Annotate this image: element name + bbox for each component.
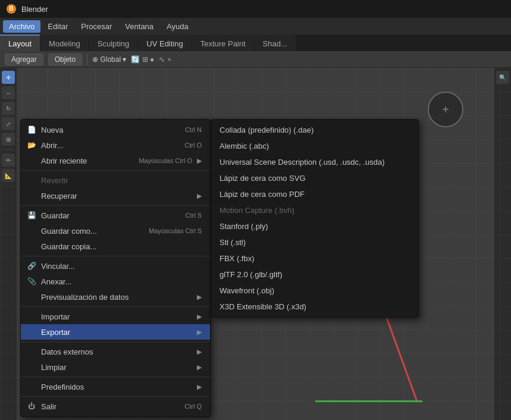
menu-item-vincular[interactable]: 🔗 Vincular... xyxy=(21,258,210,274)
previsualizacion-arrow: ▶ xyxy=(197,293,202,301)
export-alembic[interactable]: Alembic (.abc) xyxy=(211,138,418,154)
guardar-copia-label: Guardar copia... xyxy=(41,242,202,251)
limpiar-arrow: ▶ xyxy=(197,363,202,371)
titlebar: B Blender xyxy=(0,0,511,18)
tab-texture-paint[interactable]: Texture Paint xyxy=(192,35,254,51)
export-motion-capture: Motion Capture (.bvh) xyxy=(211,202,418,218)
salir-shortcut: Ctrl Q xyxy=(184,403,202,410)
menu-ventana[interactable]: Ventana xyxy=(119,20,159,33)
salir-label: Salir xyxy=(41,402,180,411)
toolbar: Agregar Objeto ⊕ Global ▾ 🔄 ⊞ ● ∿ ∘ xyxy=(0,51,511,68)
transform-icons: 🔄 ⊞ ● xyxy=(131,55,154,64)
datos-externos-arrow: ▶ xyxy=(197,348,202,356)
abrir-label: Abrir... xyxy=(41,141,180,150)
menu-item-limpiar[interactable]: Limpiar ▶ xyxy=(21,359,210,375)
menu-item-nueva[interactable]: 📄 Nueva Ctrl N xyxy=(21,122,210,137)
global-selector[interactable]: ⊕ Global ▾ xyxy=(92,55,126,64)
tab-shading[interactable]: Shad... xyxy=(255,35,296,51)
menu-item-guardar[interactable]: 💾 Guardar Ctrl S xyxy=(21,208,210,223)
menu-item-previsualizacion[interactable]: Previsualización de datos ▶ xyxy=(21,289,210,305)
guardar-icon: 💾 xyxy=(27,211,36,220)
recuperar-arrow: ▶ xyxy=(197,192,202,200)
limpiar-icon xyxy=(27,362,36,372)
separator-1 xyxy=(21,170,210,171)
agregar-button[interactable]: Agregar xyxy=(5,54,43,65)
menu-item-importar[interactable]: Importar ▶ xyxy=(21,309,210,324)
datos-externos-icon xyxy=(27,347,36,356)
tab-modeling[interactable]: Modeling xyxy=(40,35,89,51)
exportar-icon xyxy=(27,327,36,337)
export-grease-svg[interactable]: Lápiz de cera como SVG xyxy=(211,170,418,186)
revertir-icon xyxy=(27,175,36,185)
recuperar-icon xyxy=(27,191,36,200)
vincular-icon: 🔗 xyxy=(27,261,36,271)
abrir-icon: 📂 xyxy=(27,140,36,150)
extra-icons: ∿ ∘ xyxy=(159,55,171,64)
export-stanford[interactable]: Stanford (.ply) xyxy=(211,218,418,234)
guardar-label: Guardar xyxy=(41,211,181,220)
menu-item-revertir: Revertir xyxy=(21,173,210,188)
anexar-icon: 📎 xyxy=(27,277,36,286)
separator-7 xyxy=(21,396,210,397)
export-wavefront[interactable]: Wavefront (.obj) xyxy=(211,283,418,299)
toolbar-separator xyxy=(87,54,87,65)
vincular-label: Vincular... xyxy=(41,262,202,271)
objeto-button[interactable]: Objeto xyxy=(48,54,82,65)
limpiar-label: Limpiar xyxy=(41,363,192,372)
separator-5 xyxy=(21,341,210,342)
abrir-reciente-icon xyxy=(27,156,36,165)
menu-ayuda[interactable]: Ayuda xyxy=(161,20,195,33)
export-grease-pdf[interactable]: Lápiz de cera como PDF xyxy=(211,186,418,202)
salir-icon: ⏻ xyxy=(27,402,36,411)
titlebar-text: Blender xyxy=(21,5,48,14)
menu-archivo[interactable]: Archivo xyxy=(3,20,40,33)
archivo-dropdown-menu: 📄 Nueva Ctrl N 📂 Abrir... Ctrl O Abrir r… xyxy=(20,119,211,417)
y-axis-line-2 xyxy=(315,400,422,402)
export-gltf[interactable]: glTF 2.0 (.glb/.gltf) xyxy=(211,267,418,283)
previsualizacion-label: Previsualización de datos xyxy=(41,293,192,302)
menu-item-exportar[interactable]: Exportar ▶ xyxy=(21,324,210,340)
menu-editar[interactable]: Editar xyxy=(42,20,74,33)
predefinidos-arrow: ▶ xyxy=(197,383,202,391)
guardar-shortcut: Ctrl S xyxy=(186,212,202,219)
menu-procesar[interactable]: Procesar xyxy=(75,20,118,33)
export-collada[interactable]: Collada (predefinido) (.dae) xyxy=(211,122,418,138)
svg-text:B: B xyxy=(9,5,14,12)
menu-item-guardar-como[interactable]: Guardar como... Mayúsculas Ctrl S xyxy=(21,223,210,239)
predefinidos-icon xyxy=(27,382,36,391)
guardar-como-icon xyxy=(27,226,36,236)
separator-4 xyxy=(21,306,210,307)
menubar: Archivo Editar Procesar Ventana Ayuda xyxy=(0,18,511,35)
menu-item-abrir-reciente[interactable]: Abrir reciente Mayúsculas Ctrl O ▶ xyxy=(21,153,210,168)
menu-item-abrir[interactable]: 📂 Abrir... Ctrl O xyxy=(21,137,210,153)
guardar-copia-icon xyxy=(27,242,36,251)
menu-item-recuperar[interactable]: Recuperar ▶ xyxy=(21,188,210,203)
tab-sculpting[interactable]: Sculpting xyxy=(89,35,137,51)
separator-2 xyxy=(21,205,210,206)
tab-uv-editing[interactable]: UV Editing xyxy=(138,35,191,51)
anexar-label: Anexar... xyxy=(41,277,202,286)
previsualizacion-icon xyxy=(27,292,36,302)
export-x3d[interactable]: X3D Extensible 3D (.x3d) xyxy=(211,299,418,315)
menu-item-guardar-copia[interactable]: Guardar copia... xyxy=(21,239,210,254)
abrir-reciente-label: Abrir reciente xyxy=(41,156,134,165)
predefinidos-label: Predefinidos xyxy=(41,383,192,391)
workspace-tabs: Layout Modeling Sculpting UV Editing Tex… xyxy=(0,35,511,51)
menu-item-anexar[interactable]: 📎 Anexar... xyxy=(21,274,210,289)
export-fbx[interactable]: FBX (.fbx) xyxy=(211,250,418,267)
tab-layout[interactable]: Layout xyxy=(0,35,40,51)
viewport[interactable]: ✛ ↔ ↻ ⤢ ⊞ ✏ 📐 🔍 📄 Nueva Ctrl N 📂 xyxy=(0,68,511,420)
nueva-icon: 📄 xyxy=(27,125,36,134)
menu-item-datos-externos[interactable]: Datos externos ▶ xyxy=(21,344,210,359)
nav-widget[interactable] xyxy=(428,92,463,127)
separator-6 xyxy=(21,377,210,377)
export-stl[interactable]: Stl (.stl) xyxy=(211,234,418,250)
menu-item-salir[interactable]: ⏻ Salir Ctrl Q xyxy=(21,399,210,414)
nueva-shortcut: Ctrl N xyxy=(185,126,202,133)
importar-label: Importar xyxy=(41,312,192,321)
exportar-arrow: ▶ xyxy=(197,328,202,336)
abrir-reciente-shortcut: Mayúsculas Ctrl O xyxy=(139,157,192,164)
menu-item-predefinidos[interactable]: Predefinidos ▶ xyxy=(21,379,210,394)
export-usd[interactable]: Universal Scene Description (.usd, .usdc… xyxy=(211,154,418,170)
separator-3 xyxy=(21,256,210,256)
